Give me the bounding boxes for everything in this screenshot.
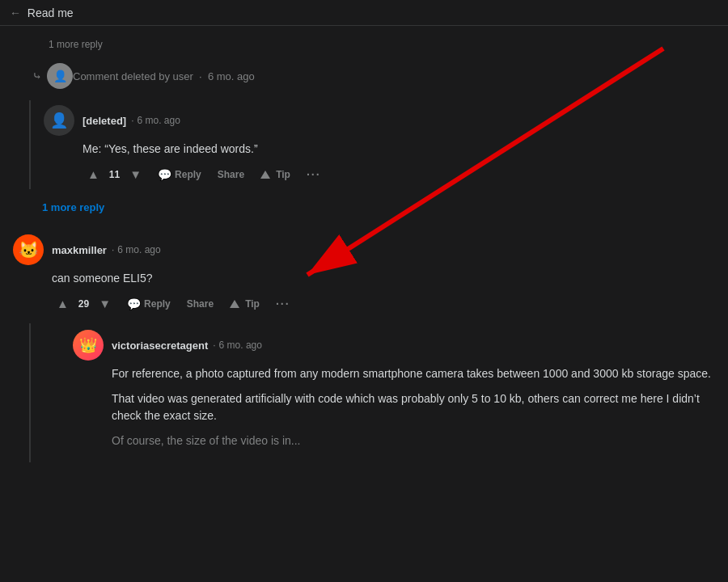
comment1-vote-count: 11 — [108, 169, 121, 180]
comment2-actions: ▲ 29 ▼ 💬 Reply Share Tip — [52, 293, 715, 314]
comment1-reply-button[interactable]: 💬 Reply — [153, 165, 206, 184]
more-dots-icon2: ··· — [276, 297, 290, 310]
downvote-icon: ▼ — [129, 167, 142, 181]
comment1-downvote-button[interactable]: ▼ — [125, 164, 146, 184]
comment1-tip-button[interactable]: Tip — [256, 166, 295, 183]
comment1-username[interactable]: [deleted] — [83, 115, 126, 127]
reply-arrow-icon: ⤷ — [32, 70, 42, 82]
comment3-body: For reference, a photo captured from any… — [112, 365, 715, 449]
tip-triangle-icon2 — [230, 300, 239, 308]
comment1-vote-section: ▲ 11 ▼ — [83, 164, 146, 184]
comment1-actions: ▲ 11 ▼ 💬 Reply Share Tip — [83, 164, 715, 184]
comment3-header: 👑 victoriasecretagent · 6 mo. ago — [73, 330, 715, 361]
more-replies-top: 1 more reply — [0, 32, 728, 55]
comment2-vote-section: ▲ 29 ▼ — [52, 293, 116, 314]
comment1-avatar: 👤 — [44, 105, 74, 136]
comment2-block: 🐱 maxkmiller · 6 mo. ago can someone ELI… — [0, 228, 728, 320]
reply-icon: 💬 — [158, 168, 171, 181]
comment1-more-button[interactable]: ··· — [302, 165, 326, 184]
comment2-avatar: 🐱 — [13, 234, 44, 265]
deleted-comment-row: ⤷ 👤 Comment deleted by user · 6 mo. ago — [0, 58, 728, 94]
top-bar-text: ← — [10, 6, 28, 19]
comment1-upvote-button[interactable]: ▲ — [83, 164, 104, 184]
comment1-timestamp: 6 mo. ago — [138, 115, 180, 126]
deleted-comment-text: Comment deleted by user · 6 mo. ago — [73, 70, 255, 82]
comment3-block: 👑 victoriasecretagent · 6 mo. ago For re… — [29, 323, 728, 462]
comment1-body: Me: “Yes, these are indeed words.” — [83, 141, 715, 158]
deleted-avatar: 👤 — [47, 63, 73, 89]
reply-icon: 💬 — [127, 297, 141, 310]
comment2-downvote-button[interactable]: ▼ — [94, 293, 116, 314]
upvote-icon: ▲ — [57, 297, 69, 310]
comment2-username[interactable]: maxkmiller — [52, 244, 107, 256]
upvote-icon: ▲ — [87, 167, 99, 181]
comment2-timestamp: 6 mo. ago — [117, 244, 160, 255]
tip-triangle-icon — [260, 171, 270, 179]
comment2-reply-button[interactable]: 💬 Reply — [122, 294, 176, 314]
more-replies-middle[interactable]: 1 more reply — [29, 192, 728, 221]
comment2-header: 🐱 maxkmiller · 6 mo. ago — [13, 234, 715, 265]
comment2-upvote-button[interactable]: ▲ — [52, 293, 74, 314]
downvote-icon: ▼ — [99, 297, 111, 310]
comment1-share-button[interactable]: Share — [213, 166, 249, 183]
more-dots-icon: ··· — [307, 168, 321, 181]
comment3-timestamp: 6 mo. ago — [219, 340, 262, 351]
comment3-username[interactable]: victoriasecretagent — [112, 340, 208, 352]
more-replies-middle-link[interactable]: 1 more reply — [42, 201, 104, 213]
comment2-vote-count: 29 — [77, 298, 91, 310]
comment1-header: 👤 [deleted] · 6 mo. ago — [44, 105, 715, 136]
more-replies-top-link: 1 more reply — [49, 39, 103, 50]
comment2-more-button[interactable]: ··· — [271, 294, 295, 314]
comment2-tip-button[interactable]: Tip — [225, 295, 265, 313]
comment2-share-button[interactable]: Share — [182, 295, 218, 313]
read-me-text: Read me — [28, 6, 74, 19]
comment2-body: can someone ELI5? — [52, 270, 715, 287]
comment3-avatar: 👑 — [73, 330, 104, 361]
top-bar: ← Read me — [0, 0, 728, 26]
comment-deleted-block: 👤 [deleted] · 6 mo. ago Me: “Yes, these … — [29, 100, 728, 189]
